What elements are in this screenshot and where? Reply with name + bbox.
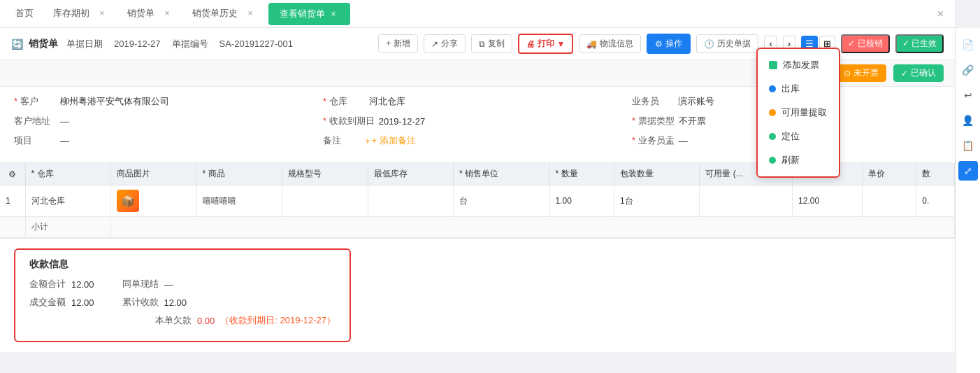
add-note-label: + 添加备注	[372, 134, 416, 147]
add-note-plus: +	[365, 136, 370, 146]
info-row-1: 金额合计 12.00 同单现结 —	[29, 278, 336, 290]
th-gear: ⚙	[0, 163, 25, 185]
print-btn-label: 打印	[538, 38, 554, 50]
th-unit: * 销售单位	[454, 163, 550, 185]
sidebar-icon-4[interactable]: 👤	[958, 111, 978, 130]
tab-view-sales-label: 查看销货单	[280, 8, 325, 20]
menu-locate[interactable]: 定位	[758, 125, 839, 148]
th-pack-qty: 包装数量	[614, 163, 700, 185]
history-btn-label: 历史单据	[717, 38, 751, 50]
td-more: 0.	[916, 185, 955, 217]
history-icon: 🕐	[704, 39, 714, 49]
outstanding-item: 本单欠款 0.00 （收款到期日: 2019-12-27）	[155, 314, 336, 327]
copy-btn[interactable]: ⧉ 复制	[471, 34, 512, 53]
status-revoked-icon: ✓	[848, 38, 855, 48]
total-amount-value: 12.00	[71, 279, 94, 290]
settlement-value: —	[164, 279, 173, 290]
doc-meta: 单据日期 2019-12-27 单据编号 SA-20191227-001	[66, 38, 293, 50]
status-revoked-label: 已核销	[858, 38, 883, 48]
payment-info-box: 收款信息 金额合计 12.00 同单现结 — 成交金额 12.00 累计收款	[14, 248, 351, 342]
logistics-btn[interactable]: 🚚 物流信息	[579, 34, 641, 53]
settlement-item: 同单现结 —	[122, 278, 173, 290]
refresh-label: 刷新	[781, 154, 800, 167]
transaction-item: 成交金额 12.00	[29, 296, 94, 309]
status-effective-btn[interactable]: ✓ 已生效	[895, 34, 944, 53]
doc-actions: + 新增 ↗ 分享 ⧉ 复制 🖨 打印 ▼ 🚚 物流信息 ⚙ 操作	[378, 34, 944, 54]
sidebar-icon-6[interactable]: ⤢	[958, 161, 978, 181]
product-image: 📦	[117, 190, 139, 212]
not-opened-icon: ⊙	[844, 69, 851, 78]
table-row: 1 河北仓库 📦 嘻嘻嘻嘻 台 1.00 1台 12.00	[0, 185, 955, 217]
add-invoice-icon	[769, 61, 777, 69]
print-icon: 🖨	[526, 39, 535, 49]
transaction-value: 12.00	[71, 297, 94, 308]
tab-inventory-close[interactable]: ×	[96, 8, 108, 19]
th-product: * 商品	[196, 163, 282, 185]
doc-title: 销货单	[29, 38, 58, 50]
menu-outbound[interactable]: 出库	[758, 77, 839, 101]
payment-date-label: 收款到期日	[323, 115, 375, 127]
td-min-stock	[368, 185, 454, 217]
tab-sales-close[interactable]: ×	[161, 8, 173, 19]
refresh-icon	[769, 157, 776, 164]
td-price	[862, 185, 916, 217]
sidebar-icon-1[interactable]: 📄	[958, 35, 978, 55]
confirm-icon: ✓	[901, 69, 908, 78]
locate-icon	[769, 133, 776, 140]
th-min-stock: 最低库存	[368, 163, 454, 185]
status-revoked-btn[interactable]: ✓ 已核销	[841, 34, 889, 53]
tab-sales-history[interactable]: 销货单历史 ×	[182, 0, 266, 28]
menu-refresh[interactable]: 刷新	[758, 148, 839, 172]
info-row-2: 成交金额 12.00 累计收款 12.00	[29, 296, 336, 309]
doc-icon: 🔄	[11, 38, 23, 50]
tab-home[interactable]: 首页	[6, 0, 43, 28]
cumulative-label: 累计收款	[122, 296, 159, 309]
not-opened-btn[interactable]: ⊙ 未开票	[836, 64, 886, 82]
operate-dropdown: 添加发票 出库 可用量提取 定位 刷新	[756, 48, 840, 178]
tab-sales[interactable]: 销货单 ×	[117, 0, 182, 28]
new-btn-label: + 新增	[386, 38, 410, 50]
tab-view-sales-close[interactable]: ×	[328, 8, 339, 20]
logistics-icon: 🚚	[586, 39, 597, 49]
history-btn[interactable]: 🕐 历史单据	[696, 34, 758, 53]
transaction-label: 成交金额	[29, 296, 66, 309]
th-warehouse: * 仓库	[25, 163, 111, 185]
note-label: 备注	[323, 134, 365, 147]
confirm-btn[interactable]: ✓ 已确认	[893, 64, 944, 82]
copy-icon: ⧉	[479, 39, 485, 49]
customer-addr-field: 客户地址 —	[14, 115, 323, 127]
outbound-icon	[769, 85, 776, 92]
sidebar-icon-2[interactable]: 🔗	[958, 60, 978, 80]
print-dropdown-icon: ▼	[557, 39, 565, 49]
td-available	[700, 185, 793, 217]
print-btn[interactable]: 🖨 打印 ▼	[518, 34, 574, 54]
doc-number-label: 单据编号	[172, 38, 208, 50]
tab-sales-history-close[interactable]: ×	[245, 8, 256, 19]
sidebar-icon-3[interactable]: ↩	[958, 85, 978, 105]
employee-value: 演示账号	[678, 95, 714, 108]
tab-view-sales[interactable]: 查看销货单 ×	[268, 3, 350, 25]
copy-btn-label: 复制	[488, 38, 505, 50]
menu-qty-extract[interactable]: 可用量提取	[758, 101, 839, 125]
tab-sales-label: 销货单	[127, 7, 154, 20]
add-invoice-label: 添加发票	[783, 59, 819, 71]
customer-addr-value: —	[60, 116, 69, 127]
window-close-btn[interactable]: ×	[932, 8, 949, 20]
new-btn[interactable]: + 新增	[378, 34, 417, 53]
tab-inventory[interactable]: 库存期初 ×	[43, 0, 117, 28]
td-product-img: 📦	[111, 185, 197, 217]
cumulative-value: 12.00	[164, 297, 187, 308]
payment-date-value: 2019-12-27	[379, 116, 426, 127]
customer-label: 客户	[14, 95, 56, 108]
outbound-label: 出库	[781, 83, 800, 95]
subtotal-label	[0, 217, 25, 238]
operate-btn[interactable]: ⚙ 操作	[647, 34, 691, 54]
sidebar-icon-5[interactable]: 📋	[958, 136, 978, 155]
outstanding-value: 0.00	[197, 316, 215, 326]
th-more: 数	[916, 163, 955, 185]
add-note-btn[interactable]: + + 添加备注	[365, 134, 416, 147]
share-btn[interactable]: ↗ 分享	[424, 34, 466, 53]
ticket-type-label: 票据类型	[632, 115, 675, 127]
locate-label: 定位	[781, 130, 800, 143]
menu-add-invoice[interactable]: 添加发票	[758, 53, 839, 77]
